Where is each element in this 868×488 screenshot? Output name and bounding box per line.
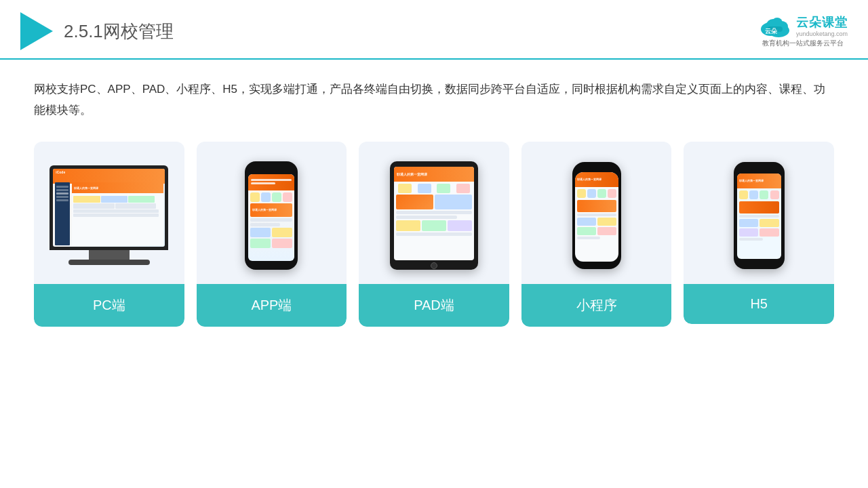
pc-device-mockup: iCode [50, 165, 168, 265]
svg-text:云朵: 云朵 [765, 28, 778, 35]
header-left: 2.5.1网校管理 [20, 12, 174, 50]
logo-tagline: 教育机构一站式服务云平台 [762, 39, 844, 48]
pc-main-area: 职通人的第一堂网课 [72, 182, 163, 245]
phone-banner-line1 [251, 179, 292, 181]
cloud-logo-container: 云朵 云朵课堂 yunduoketang.com [758, 14, 848, 37]
smartphone-notch [590, 167, 604, 171]
phone-banner-line2 [251, 182, 275, 184]
pad-tablet-mockup: 职通人的第一堂网课 [390, 161, 478, 270]
phone-banner [248, 174, 294, 190]
phone-screen: 职通人的第一堂网课 [248, 174, 294, 261]
card-image-h5: 职通人的第一堂网课 [684, 142, 834, 284]
description-text: 网校支持PC、APP、PAD、小程序、H5，实现多端打通，产品各终端自由切换，数… [34, 79, 834, 121]
card-image-pc: iCode [34, 142, 184, 284]
sm-content [575, 187, 618, 241]
h5-screen: 职通人的第一堂网课 [737, 174, 781, 259]
h5-banner: 职通人的第一堂网课 [737, 174, 781, 188]
tablet-banner: 职通人的第一堂网课 [394, 167, 474, 182]
card-image-pad: 职通人的第一堂网课 [359, 142, 509, 284]
header: 2.5.1网校管理 云朵 云朵课堂 yunduoketang.com 教育机构一… [0, 0, 868, 60]
section-number: 2.5.1 [64, 21, 103, 41]
card-app: 职通人的第一堂网课 [197, 142, 347, 327]
phone-notch [263, 168, 279, 172]
card-pc: iCode [34, 142, 184, 327]
main-content: 网校支持PC、APP、PAD、小程序、H5，实现多端打通，产品各终端自由切换，数… [0, 60, 868, 340]
h5-content [737, 188, 781, 243]
cards-row: iCode [34, 142, 834, 327]
page-title: 2.5.1网校管理 [64, 20, 174, 43]
card-label-pad: PAD端 [359, 284, 509, 327]
pc-stand [89, 250, 130, 260]
pc-screen-logo-text: iCode [56, 170, 65, 174]
card-label-miniprogram: 小程序 [521, 284, 672, 327]
card-miniprogram: 职通人的第一堂网课 [521, 142, 672, 327]
pc-screen-banner: iCode [53, 169, 165, 184]
tablet-screen: 职通人的第一堂网课 [394, 167, 474, 260]
pc-screen-inner: iCode [53, 169, 165, 247]
sm-banner: 职通人的第一堂网课 [575, 172, 618, 187]
tablet-home-button [431, 262, 437, 269]
app-phone-mockup: 职通人的第一堂网课 [245, 161, 298, 270]
h5-notch [751, 169, 766, 172]
card-label-pc: PC端 [34, 284, 184, 327]
pc-screen-outer: iCode [50, 165, 168, 250]
card-image-miniprogram: 职通人的第一堂网课 [521, 142, 672, 284]
card-label-h5: H5 [684, 284, 834, 324]
miniprogram-phone-mockup: 职通人的第一堂网课 [572, 162, 621, 269]
play-icon [20, 12, 53, 50]
pc-base [68, 260, 150, 265]
card-pad: 职通人的第一堂网课 [359, 142, 509, 327]
card-image-app: 职通人的第一堂网课 [197, 142, 347, 284]
brand-logo: 云朵 云朵课堂 yunduoketang.com 教育机构一站式服务云平台 [758, 14, 848, 48]
pc-sidebar [55, 182, 70, 245]
cloud-svg-icon: 云朵 [758, 14, 792, 37]
h5-phone-mockup: 职通人的第一堂网课 [734, 162, 785, 269]
logo-text: 云朵课堂 yunduoketang.com [796, 14, 848, 37]
card-h5: 职通人的第一堂网课 [684, 142, 834, 324]
card-label-app: APP端 [197, 284, 347, 327]
smartphone-screen: 职通人的第一堂网课 [575, 172, 618, 262]
